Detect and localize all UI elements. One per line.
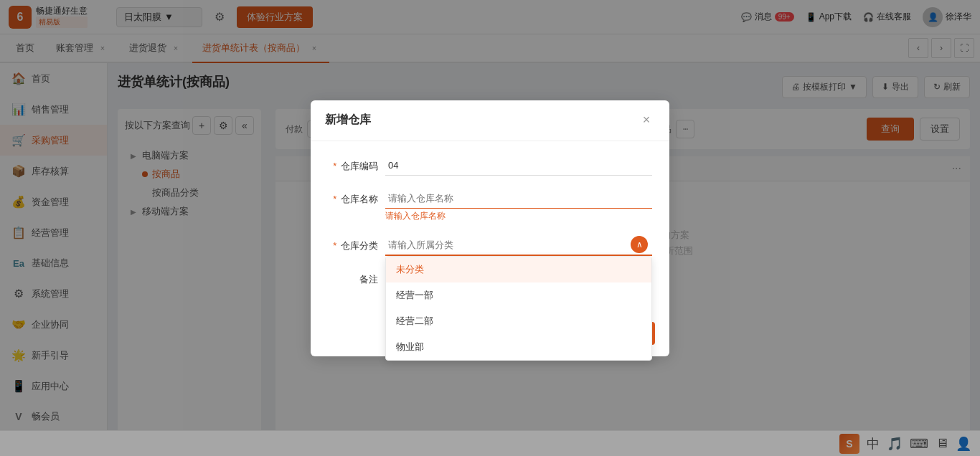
dropdown-item-unclassified[interactable]: 未分类 (386, 257, 651, 282)
warehouse-code-input[interactable] (385, 156, 652, 176)
warehouse-name-row: * 仓库名称 请输入仓库名称 (328, 189, 652, 222)
category-chevron-icon[interactable]: ∧ (631, 236, 648, 253)
warehouse-category-input[interactable] (385, 235, 652, 255)
category-dropdown: 未分类 经营一部 经营二部 物业部 (385, 256, 652, 361)
warehouse-category-row: * 仓库分类 ∧ 未分类 经营一部 经营二部 物业部 (328, 235, 652, 256)
warehouse-code-row: * 仓库编码 (328, 156, 652, 176)
code-label: * 仓库编码 (328, 156, 385, 173)
modal-body: * 仓库编码 * 仓库名称 请输入仓库名称 (311, 141, 669, 313)
dropdown-item-dept1[interactable]: 经营一部 (386, 282, 651, 308)
new-warehouse-modal: 新增仓库 × * 仓库编码 * 仓 (311, 100, 669, 356)
dropdown-item-property[interactable]: 物业部 (386, 334, 651, 360)
warehouse-name-input[interactable] (385, 189, 652, 209)
modal-header: 新增仓库 × (311, 100, 669, 141)
name-label: * 仓库名称 (328, 189, 385, 206)
remark-label: 备注 (328, 269, 385, 286)
dropdown-item-dept2[interactable]: 经营二部 (386, 308, 651, 334)
modal-title: 新增仓库 (325, 113, 371, 128)
modal-close-button[interactable]: × (638, 112, 655, 129)
category-label: * 仓库分类 (328, 235, 385, 252)
modal-backdrop: 新增仓库 × * 仓库编码 * 仓 (0, 0, 980, 456)
name-error-message: 请输入仓库名称 (385, 210, 652, 222)
